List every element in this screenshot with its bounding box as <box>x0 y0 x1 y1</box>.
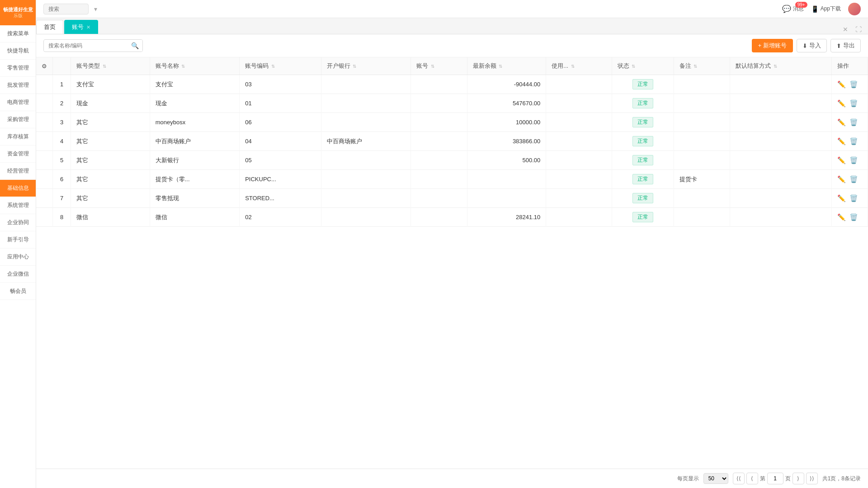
row-account-type: 现金 <box>71 94 150 113</box>
col-bank[interactable]: 开户银行 ⇅ <box>321 57 411 75</box>
col-status[interactable]: 状态 ⇅ <box>612 57 674 75</box>
delete-icon[interactable]: 🗑️ <box>849 175 858 183</box>
col-gear[interactable]: ⚙ <box>36 57 53 75</box>
edit-icon[interactable]: ✏️ <box>837 137 846 145</box>
total-info: 共1页，8条记录 <box>822 475 861 483</box>
row-remark <box>674 132 730 151</box>
row-default-settle <box>730 170 832 189</box>
search-input[interactable] <box>44 40 127 51</box>
sidebar-item-ecommerce-mgmt[interactable]: 电商管理 <box>0 94 36 111</box>
page-text-label2: 页 <box>785 475 791 483</box>
row-status: 正常 <box>612 75 674 94</box>
sidebar-item-vip-member[interactable]: 畅会员 <box>0 283 36 300</box>
row-account-name: 现金 <box>150 94 240 113</box>
row-default-settle <box>730 75 832 94</box>
row-remark <box>674 189 730 208</box>
content-area: 🔍 + 新增账号 ⬇ 导入 ⬆ 导出 <box>36 34 868 488</box>
search-button[interactable]: 🔍 <box>127 40 142 52</box>
row-gear[interactable] <box>36 151 53 170</box>
row-account-type: 其它 <box>71 189 150 208</box>
row-account-type: 其它 <box>71 113 150 132</box>
tab-close-icon[interactable]: ✕ <box>840 25 851 34</box>
sidebar-item-ops-mgmt[interactable]: 经营管理 <box>0 163 36 180</box>
row-default-settle <box>730 151 832 170</box>
export-button[interactable]: ⬆ 导出 <box>830 39 861 52</box>
toolbar-right: + 新增账号 ⬇ 导入 ⬆ 导出 <box>752 39 861 52</box>
edit-icon[interactable]: ✏️ <box>837 99 846 108</box>
sidebar-item-app-center[interactable]: 应用中心 <box>0 249 36 266</box>
tab-fullscreen-icon[interactable]: ⛶ <box>853 25 864 34</box>
message-button[interactable]: 💬 消息 99+ <box>782 5 804 13</box>
sidebar-item-inventory[interactable]: 库存核算 <box>0 128 36 145</box>
sidebar-item-new-guide[interactable]: 新手引导 <box>0 231 36 249</box>
tab-account-close[interactable]: ✕ <box>86 24 90 30</box>
table-row: 6 其它 提货卡（零... PICKUPC... 正常 提货卡 ✏️ 🗑️ <box>36 170 868 189</box>
delete-icon[interactable]: 🗑️ <box>849 99 858 108</box>
delete-icon[interactable]: 🗑️ <box>849 156 858 164</box>
import-button[interactable]: ⬇ 导入 <box>797 39 827 52</box>
per-page-select[interactable]: 50 20 100 <box>703 473 728 484</box>
row-account-code: 03 <box>240 75 321 94</box>
row-gear[interactable] <box>36 170 53 189</box>
topbar-search-input[interactable] <box>43 4 89 14</box>
row-usage <box>546 189 612 208</box>
edit-icon[interactable]: ✏️ <box>837 156 846 164</box>
row-gear[interactable] <box>36 208 53 227</box>
delete-icon[interactable]: 🗑️ <box>849 213 858 221</box>
per-page-label: 每页显示 <box>677 475 699 483</box>
sidebar-item-quick-nav[interactable]: 快捷导航 <box>0 42 36 60</box>
delete-icon[interactable]: 🗑️ <box>849 80 858 89</box>
row-action: ✏️ 🗑️ <box>832 208 868 227</box>
page-last-button[interactable]: ⟩⟩ <box>806 473 818 484</box>
tab-account[interactable]: 账号 ✕ <box>64 20 98 34</box>
user-avatar[interactable] <box>848 3 861 15</box>
topbar-dropdown-icon[interactable]: ▾ <box>94 5 97 13</box>
delete-icon[interactable]: 🗑️ <box>849 118 858 127</box>
footer: 每页显示 50 20 100 ⟨⟨ ⟨ 第 页 ⟩ ⟩⟩ 共1页，8条记录 <box>36 469 868 488</box>
sidebar-item-sys-mgmt[interactable]: 系统管理 <box>0 197 36 214</box>
row-account-code: 01 <box>240 94 321 113</box>
page-prev-button[interactable]: ⟨ <box>746 473 758 484</box>
edit-icon[interactable]: ✏️ <box>837 118 846 127</box>
page-next-button[interactable]: ⟩ <box>793 473 804 484</box>
edit-icon[interactable]: ✏️ <box>837 175 846 183</box>
col-account-type[interactable]: 账号类型 ⇅ <box>71 57 150 75</box>
page-number-input[interactable] <box>767 473 783 484</box>
col-default-settle[interactable]: 默认结算方式 ⇅ <box>730 57 832 75</box>
row-account-type: 其它 <box>71 170 150 189</box>
row-gear[interactable] <box>36 94 53 113</box>
page-first-button[interactable]: ⟨⟨ <box>733 473 745 484</box>
row-gear[interactable] <box>36 189 53 208</box>
col-balance[interactable]: 最新余额 ⇅ <box>467 57 546 75</box>
sidebar-item-corp-agreement[interactable]: 企业协同 <box>0 214 36 231</box>
row-gear[interactable] <box>36 75 53 94</box>
delete-icon[interactable]: 🗑️ <box>849 194 858 202</box>
row-gear[interactable] <box>36 132 53 151</box>
row-remark <box>674 151 730 170</box>
edit-icon[interactable]: ✏️ <box>837 80 846 89</box>
app-download-button[interactable]: 📱 App下载 <box>811 5 841 13</box>
sidebar-item-purchase-mgmt[interactable]: 采购管理 <box>0 111 36 128</box>
sidebar-item-corp-wechat[interactable]: 企业微信 <box>0 266 36 283</box>
row-gear[interactable] <box>36 113 53 132</box>
sidebar-item-capital-mgmt[interactable]: 资金管理 <box>0 145 36 163</box>
col-remark[interactable]: 备注 ⇅ <box>674 57 730 75</box>
sidebar-item-search-menu[interactable]: 搜索菜单 <box>0 25 36 42</box>
col-account-no[interactable]: 账号 ⇅ <box>411 57 467 75</box>
row-index: 5 <box>53 151 71 170</box>
row-account-code: 06 <box>240 113 321 132</box>
tab-home[interactable]: 首页 <box>36 20 63 34</box>
tab-home-label: 首页 <box>44 23 56 31</box>
delete-icon[interactable]: 🗑️ <box>849 137 858 145</box>
edit-icon[interactable]: ✏️ <box>837 194 846 202</box>
row-balance: 10000.00 <box>467 113 546 132</box>
col-account-name[interactable]: 账号名称 ⇅ <box>150 57 240 75</box>
sidebar-item-basic-info[interactable]: 基础信息 <box>0 180 36 197</box>
edit-icon[interactable]: ✏️ <box>837 213 846 221</box>
col-account-code[interactable]: 账号编码 ⇅ <box>240 57 321 75</box>
sidebar-item-wholesale-mgmt[interactable]: 批发管理 <box>0 77 36 94</box>
row-action: ✏️ 🗑️ <box>832 132 868 151</box>
sidebar-item-retail-mgmt[interactable]: 零售管理 <box>0 60 36 77</box>
col-usage[interactable]: 使用... ⇅ <box>546 57 612 75</box>
add-account-button[interactable]: + 新增账号 <box>752 39 793 52</box>
